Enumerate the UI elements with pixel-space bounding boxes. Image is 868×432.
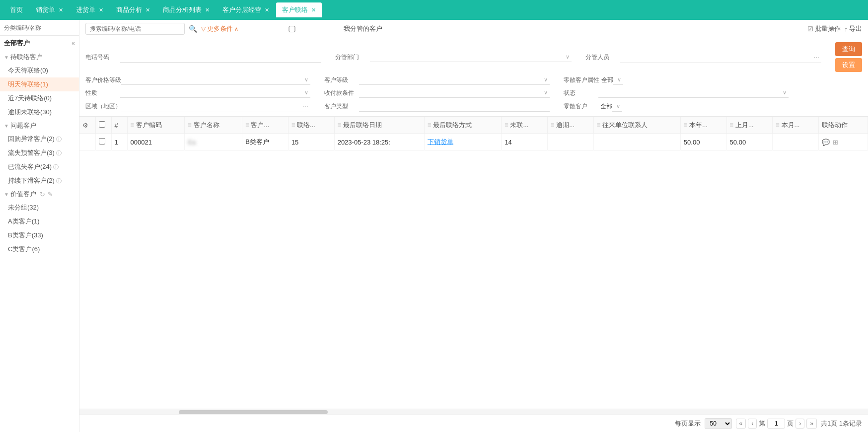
- select-all-checkbox[interactable]: [99, 121, 105, 128]
- retail-attr-label: 零散客户属性: [564, 76, 599, 84]
- close-product-list-icon[interactable]: ✕: [205, 7, 210, 13]
- sidebar-today-contact[interactable]: 今天待联络(0): [0, 64, 79, 77]
- sort-icon-year[interactable]: ≡: [684, 121, 688, 129]
- edit-icon[interactable]: ✎: [48, 191, 53, 198]
- close-product-analysis-icon[interactable]: ✕: [145, 7, 150, 13]
- page-input[interactable]: [767, 419, 785, 429]
- col-contact: ≡ 联络...: [288, 117, 334, 134]
- info-icon-0: ⓘ: [56, 136, 62, 143]
- sidebar-c-class[interactable]: C类客户(6): [0, 242, 79, 256]
- close-tier-icon[interactable]: ✕: [265, 7, 269, 13]
- my-customers-check[interactable]: [242, 26, 342, 32]
- query-button[interactable]: 查询: [835, 42, 862, 56]
- payment-chevron-icon: ∨: [544, 89, 548, 96]
- sidebar-ungrouped[interactable]: 未分组(32): [0, 201, 79, 215]
- close-sales-icon[interactable]: ✕: [59, 7, 63, 13]
- nav-sales[interactable]: 销货单 ✕: [30, 2, 69, 17]
- col-overdue: ≡ 逾期...: [547, 117, 593, 134]
- nature-chevron-icon: ∨: [304, 89, 308, 96]
- status-select[interactable]: ∨: [598, 88, 789, 98]
- sort-icon-name[interactable]: ≡: [188, 121, 192, 129]
- action-grid-icon[interactable]: ⊞: [833, 139, 838, 146]
- sidebar-churn-warning[interactable]: 流失预警客户(3) ⓘ: [0, 146, 79, 160]
- region-dots-icon[interactable]: ···: [303, 102, 309, 110]
- check-icon: ☑: [807, 25, 813, 33]
- price-level-select[interactable]: ∨: [121, 75, 310, 85]
- payment-select[interactable]: ∨: [359, 88, 549, 98]
- prev-page-btn[interactable]: ‹: [748, 419, 757, 429]
- more-conditions-btn[interactable]: ▽ 更多条件 ∧: [201, 24, 238, 33]
- nature-select[interactable]: ∨: [120, 88, 310, 98]
- col-nocontact: ≡ 未联...: [502, 117, 548, 134]
- nav-product-analysis-list[interactable]: 商品分析列表 ✕: [157, 2, 216, 17]
- sort-icon-type[interactable]: ≡: [245, 121, 249, 129]
- sort-icon-date[interactable]: ≡: [338, 121, 342, 129]
- page-navigation: « ‹ 第 页 › »: [736, 419, 817, 429]
- retail-attr-select[interactable]: ∨: [613, 75, 623, 85]
- all-customers-header[interactable]: 全部客户 «: [0, 36, 79, 51]
- nav-product-analysis[interactable]: 商品分析 ✕: [110, 2, 156, 17]
- nav-customer-tier[interactable]: 客户分层经营 ✕: [217, 2, 275, 17]
- collapse-icon[interactable]: «: [72, 40, 75, 47]
- setting-button[interactable]: 设置: [835, 58, 862, 72]
- row-thismonth: [773, 134, 819, 150]
- sidebar-tomorrow-contact[interactable]: 明天待联络(1): [0, 77, 79, 91]
- sidebar-7day-contact[interactable]: 近7天待联络(0): [0, 91, 79, 105]
- sort-icon-unit[interactable]: ≡: [597, 121, 601, 129]
- sort-icon-overdue[interactable]: ≡: [551, 121, 555, 129]
- dept-select[interactable]: ∨: [370, 52, 571, 62]
- sort-icon-lm[interactable]: ≡: [730, 121, 734, 129]
- last-page-btn[interactable]: »: [806, 419, 817, 429]
- sort-icon[interactable]: ≡: [131, 121, 135, 129]
- sidebar-search-input[interactable]: [4, 24, 78, 31]
- search-input[interactable]: [85, 23, 185, 35]
- customer-type-label: 客户类型: [324, 102, 359, 111]
- col-unitcontact: ≡ 往来单位联系人: [593, 117, 680, 134]
- sidebar-churned[interactable]: 已流失客户(24) ⓘ: [0, 160, 79, 174]
- retail-customer-label: 零散客户: [564, 102, 598, 111]
- batch-op-btn[interactable]: ☑ 批量操作: [807, 24, 841, 33]
- manager-dots[interactable]: ···: [620, 52, 821, 63]
- nav-purchase[interactable]: 进货单 ✕: [70, 2, 109, 17]
- customer-type-input[interactable]: [359, 101, 549, 112]
- search-icon[interactable]: 🔍: [189, 25, 197, 33]
- page-size-select[interactable]: 50 10 20 100: [705, 418, 732, 429]
- my-customers-checkbox[interactable]: 我分管的客户: [242, 24, 382, 33]
- nav-customer-contact[interactable]: 客户联络 ✕: [276, 2, 322, 17]
- first-page-btn[interactable]: «: [736, 419, 746, 429]
- export-btn[interactable]: ↑ 导出: [845, 24, 863, 33]
- refresh-icon[interactable]: ↻: [40, 191, 45, 198]
- scrollbar-thumb[interactable]: [179, 410, 328, 414]
- value-group-label: ▼ 价值客户 ↻ ✎: [0, 188, 79, 201]
- sidebar-a-class[interactable]: A类客户(1): [0, 215, 79, 228]
- sort-icon-tm[interactable]: ≡: [776, 121, 780, 129]
- phone-label: 电话号码: [85, 53, 120, 62]
- close-contact-icon[interactable]: ✕: [311, 7, 316, 13]
- row-thisyear: 50.00: [680, 134, 726, 150]
- horizontal-scrollbar[interactable]: [79, 409, 868, 415]
- nav-home[interactable]: 首页: [4, 2, 29, 17]
- last-method-link[interactable]: 下销货单: [428, 138, 453, 145]
- retail-customer-select[interactable]: ∨: [612, 102, 622, 112]
- phone-input[interactable]: [120, 52, 321, 63]
- sidebar-repurchase-abnormal[interactable]: 回购异常客户(2) ⓘ: [0, 132, 79, 146]
- action-chat-icon[interactable]: 💬: [822, 139, 830, 146]
- dept-chevron-icon: ∨: [566, 54, 570, 60]
- sort-icon-contact[interactable]: ≡: [291, 121, 295, 129]
- sidebar-declining[interactable]: 持续下滑客户(2) ⓘ: [0, 174, 79, 188]
- sidebar-b-class[interactable]: B类客户(33): [0, 228, 79, 242]
- col-setting[interactable]: ⚙: [79, 117, 95, 134]
- sort-icon-no[interactable]: ≡: [505, 121, 508, 129]
- sidebar-overdue-contact[interactable]: 逾期未联络(30): [0, 105, 79, 119]
- filter-row-1: 电话号码 分管部门 ∨ 分管人员 ··· 查询 设置: [85, 42, 862, 72]
- sort-icon-method[interactable]: ≡: [428, 121, 432, 129]
- region-dots[interactable]: ···: [121, 101, 310, 112]
- row-check[interactable]: [99, 138, 105, 144]
- row-lastmonth: 50.00: [726, 134, 773, 150]
- close-purchase-icon[interactable]: ✕: [99, 7, 103, 13]
- manager-dots-icon[interactable]: ···: [813, 53, 819, 61]
- table-footer: 每页显示 50 10 20 100 « ‹ 第 页 › » 共1页 1条记录: [79, 415, 868, 432]
- next-page-btn[interactable]: ›: [796, 419, 804, 429]
- customer-level-select[interactable]: ∨: [359, 75, 549, 85]
- col-lastmonth: ≡ 上月...: [726, 117, 773, 134]
